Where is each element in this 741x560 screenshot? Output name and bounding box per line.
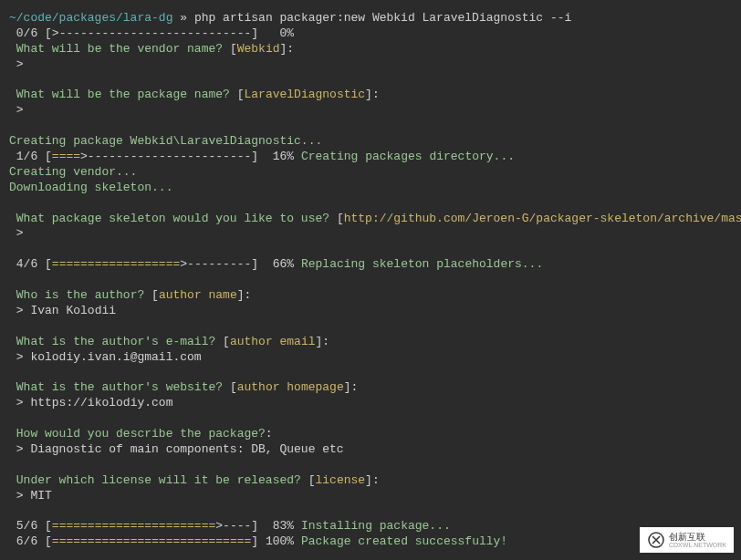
prompt-line: ~/code/packages/lara-dg » php artisan pa… <box>9 11 732 26</box>
answer-author: > Ivan Kolodii <box>9 304 732 319</box>
command-text: php artisan packager:new Webkid LaravelD… <box>194 11 571 25</box>
prompt-symbol: » <box>180 11 187 25</box>
logo-icon <box>647 531 665 549</box>
question-package: What will be the package name? [LaravelD… <box>9 88 732 103</box>
progress-6: 6/6 [============================] 100% … <box>9 534 732 550</box>
creating-package: Creating package Webkid\LaravelDiagnosti… <box>9 134 732 150</box>
downloading-skeleton: Downloading skeleton... <box>9 181 732 196</box>
question-author: Who is the author? [author name]: <box>9 288 732 304</box>
prompt-path: ~/code/packages/lara-dg <box>9 11 172 25</box>
answer-skeleton: > <box>9 226 732 242</box>
question-skeleton: What package skeleton would you like to … <box>9 212 732 227</box>
creating-vendor: Creating vendor... <box>9 165 732 181</box>
answer-license: > MIT <box>9 489 732 504</box>
logo-text: 创新互联 CDXWL.NETWORK <box>669 532 726 549</box>
question-license: Under which license will it be released?… <box>9 473 732 489</box>
terminal-output[interactable]: ~/code/packages/lara-dg » php artisan pa… <box>9 11 732 550</box>
answer-email: > kolodiy.ivan.i@gmail.com <box>9 350 732 366</box>
progress-5: 5/6 [=======================>----] 83% I… <box>9 519 732 534</box>
answer-description: > Diagnostic of main components: DB, Que… <box>9 442 732 458</box>
question-description: How would you describe the package?: <box>9 427 732 442</box>
progress-1: 1/6 [====>-----------------------] 16% C… <box>9 150 732 165</box>
question-email: What is the author's e-mail? [author ema… <box>9 335 732 350</box>
answer-website: > https://ikolodiy.com <box>9 396 732 411</box>
question-website: What is the author's website? [author ho… <box>9 380 732 396</box>
answer-package: > <box>9 103 732 119</box>
watermark-logo: 创新互联 CDXWL.NETWORK <box>640 527 734 553</box>
question-vendor: What will be the vendor name? [Webkid]: <box>9 42 732 57</box>
answer-vendor: > <box>9 57 732 73</box>
progress-0: 0/6 [>---------------------------] 0% <box>9 26 732 42</box>
progress-4: 4/6 [==================>---------] 66% R… <box>9 257 732 273</box>
